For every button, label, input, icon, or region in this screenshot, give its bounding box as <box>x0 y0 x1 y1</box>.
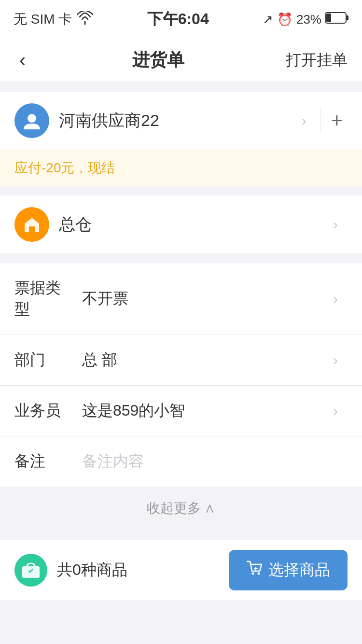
warehouse-icon <box>14 207 49 242</box>
product-count-icon <box>14 554 47 587</box>
spacer-1 <box>0 82 362 92</box>
svg-rect-1 <box>346 15 348 20</box>
bottom-bar: 共0种商品 选择商品 <box>0 540 362 600</box>
salesperson-chevron-icon: › <box>333 403 338 419</box>
status-right: ↗ ⏰ 23% <box>263 12 348 28</box>
supplier-chevron-icon: › <box>301 112 306 129</box>
svg-rect-4 <box>29 226 35 232</box>
dept-value: 总 部 <box>82 350 333 371</box>
supplier-name: 河南供应商22 <box>59 110 301 132</box>
battery-icon <box>325 12 348 28</box>
wifi-icon <box>77 11 93 28</box>
open-pending-button[interactable]: 打开挂单 <box>286 50 348 71</box>
status-bar: 无 SIM 卡 下午6:04 ↗ ⏰ 23% <box>0 0 362 39</box>
add-supplier-button[interactable]: + <box>326 109 348 132</box>
battery-label: 23% <box>296 12 321 27</box>
salesperson-row[interactable]: 业务员 这是859的小智 › <box>0 386 362 436</box>
salesperson-value: 这是859的小智 <box>82 400 333 421</box>
notice-text: 应付-20元，现结 <box>14 160 115 175</box>
invoice-value: 不开票 <box>82 288 333 309</box>
page-title: 进货单 <box>132 48 184 72</box>
form-section: 票据类型 不开票 › 部门 总 部 › 业务员 这是859的小智 › 备注 备注… <box>0 263 362 487</box>
svg-point-6 <box>252 573 254 575</box>
notice-banner: 应付-20元，现结 <box>0 150 362 186</box>
nav-bar: ‹ 进货单 打开挂单 <box>0 39 362 82</box>
alarm-icon: ⏰ <box>277 12 292 27</box>
cart-icon <box>246 560 264 580</box>
product-count-text: 共0种商品 <box>57 560 229 581</box>
warehouse-row[interactable]: 总仓 › <box>0 196 362 253</box>
supplier-section: 河南供应商22 › + 应付-20元，现结 <box>0 92 362 186</box>
collapse-bar[interactable]: 收起更多 ∧ <box>0 487 362 530</box>
svg-rect-5 <box>22 566 40 578</box>
invoice-chevron-icon: › <box>333 291 338 307</box>
remark-label: 备注 <box>14 451 72 472</box>
warehouse-name: 总仓 <box>59 213 333 236</box>
select-product-label: 选择商品 <box>268 560 330 581</box>
svg-point-7 <box>258 573 260 575</box>
invoice-label: 票据类型 <box>14 278 72 320</box>
status-left: 无 SIM 卡 <box>14 10 93 28</box>
status-time: 下午6:04 <box>147 9 209 30</box>
dept-row[interactable]: 部门 总 部 › <box>0 335 362 386</box>
supplier-row[interactable]: 河南供应商22 › + <box>0 92 362 150</box>
remark-row[interactable]: 备注 备注内容 <box>0 436 362 487</box>
dept-label: 部门 <box>14 350 72 371</box>
location-icon: ↗ <box>263 12 273 27</box>
supplier-avatar <box>14 103 49 138</box>
svg-rect-2 <box>326 14 331 22</box>
salesperson-label: 业务员 <box>14 400 72 421</box>
select-product-button[interactable]: 选择商品 <box>229 550 348 590</box>
back-button[interactable]: ‹ <box>14 44 30 76</box>
dept-chevron-icon: › <box>333 352 338 368</box>
carrier-label: 无 SIM 卡 <box>14 10 72 28</box>
supplier-divider <box>320 109 321 133</box>
warehouse-chevron-icon: › <box>333 216 338 233</box>
rest-area <box>0 600 362 644</box>
remark-input[interactable]: 备注内容 <box>82 451 348 472</box>
invoice-row[interactable]: 票据类型 不开票 › <box>0 263 362 335</box>
svg-point-3 <box>28 114 36 123</box>
collapse-label: 收起更多 ∧ <box>147 501 216 516</box>
